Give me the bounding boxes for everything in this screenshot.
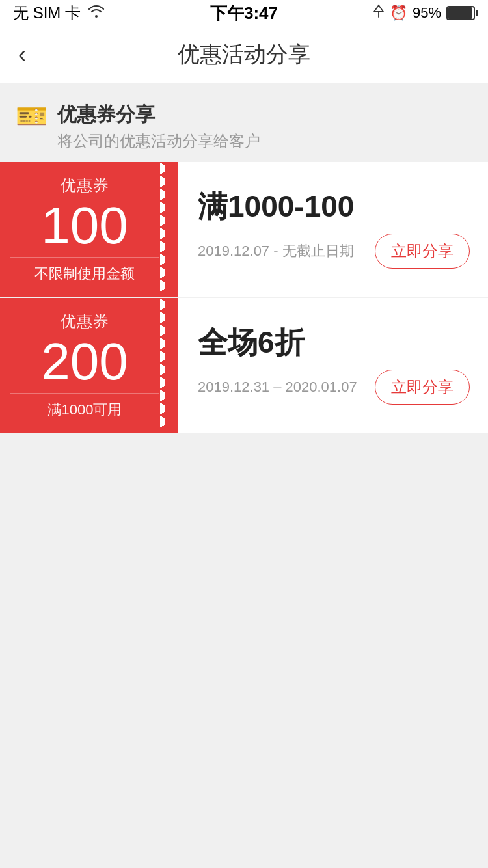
coupon-condition-1: 不限制使用金额: [34, 264, 135, 284]
coupon-meta-1: 2019.12.07 - 无截止日期 立即分享: [198, 234, 470, 269]
battery-icon: [446, 6, 475, 20]
coupon-amount-2: 200: [41, 336, 128, 388]
location-icon: [373, 4, 385, 22]
alarm-icon: ⏰: [390, 5, 407, 21]
coupon-section-icon: 🎫: [16, 103, 48, 129]
coupon-date-2: 2019.12.31 – 2020.01.07: [198, 379, 367, 396]
coupon-card-1: 优惠券 100 不限制使用金额 满1000-100 2019.12.07 - 无…: [0, 162, 488, 297]
coupon-name-2: 全场6折: [198, 326, 470, 359]
coupon-date-1: 2019.12.07 - 无截止日期: [198, 241, 367, 261]
coupon-amount-1: 100: [41, 200, 128, 252]
coupon-condition-2: 满1000可用: [47, 400, 122, 420]
page-title: 优惠活动分享: [178, 40, 310, 70]
coupon-list: 优惠券 100 不限制使用金额 满1000-100 2019.12.07 - 无…: [0, 162, 488, 447]
section-subtitle: 将公司的优惠活动分享给客户: [57, 131, 260, 152]
empty-area: [0, 447, 488, 811]
nav-bar: ‹ 优惠活动分享: [0, 26, 488, 83]
status-right: ⏰ 95%: [373, 4, 475, 22]
coupon-label-2: 优惠券: [61, 311, 109, 332]
coupon-label-1: 优惠券: [61, 175, 109, 196]
back-button[interactable]: ‹: [18, 43, 26, 66]
section-title: 优惠券分享: [57, 102, 260, 128]
coupon-card-2: 优惠券 200 满1000可用 全场6折 2019.12.31 – 2020.0…: [0, 298, 488, 433]
share-button-2[interactable]: 立即分享: [375, 370, 470, 405]
coupon-divider-1: [10, 257, 159, 258]
status-bar: 无 SIM 卡 下午3:47 ⏰ 95%: [0, 0, 488, 26]
coupon-divider-2: [10, 393, 159, 394]
status-time: 下午3:47: [210, 2, 278, 25]
status-left: 无 SIM 卡: [13, 3, 105, 23]
coupon-right-1: 满1000-100 2019.12.07 - 无截止日期 立即分享: [169, 162, 488, 297]
coupon-left-2: 优惠券 200 满1000可用: [0, 298, 169, 433]
coupon-right-2: 全场6折 2019.12.31 – 2020.01.07 立即分享: [169, 298, 488, 433]
coupon-left-1: 优惠券 100 不限制使用金额: [0, 162, 169, 297]
coupon-name-1: 满1000-100: [198, 190, 470, 223]
battery-fill: [448, 7, 472, 19]
carrier-text: 无 SIM 卡: [13, 3, 81, 23]
battery-text: 95%: [413, 5, 441, 21]
section-text: 优惠券分享 将公司的优惠活动分享给客户: [57, 102, 260, 152]
coupon-meta-2: 2019.12.31 – 2020.01.07 立即分享: [198, 370, 470, 405]
section-header: 🎫 优惠券分享 将公司的优惠活动分享给客户: [0, 83, 488, 162]
share-button-1[interactable]: 立即分享: [375, 234, 470, 269]
wifi-icon: [87, 4, 105, 22]
